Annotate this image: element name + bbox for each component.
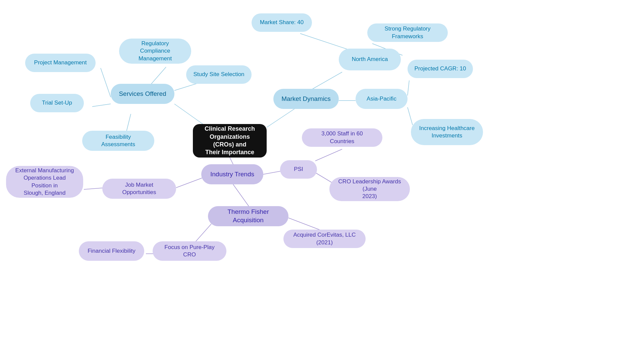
regulatory-label: Regulatory Compliance Management [126, 40, 184, 62]
external-mfg-node: External Manufacturing Operations Lead P… [6, 166, 83, 198]
cro-leadership-node: CRO Leadership Awards (June 2023) [329, 177, 410, 201]
staff-60-label: 3,000 Staff in 60 Countries [309, 130, 376, 145]
svg-line-16 [315, 173, 332, 183]
strong-regulatory-label: Strong Regulatory Frameworks [374, 25, 441, 40]
center-node: Clinical Research Organizations (CROs) a… [193, 124, 267, 158]
north-america-node: North America [339, 49, 401, 70]
svg-line-3 [101, 68, 111, 97]
svg-line-17 [176, 178, 203, 188]
services-offered-node: Services Offered [111, 84, 174, 104]
study-site-label: Study Site Selection [193, 71, 244, 78]
financial-flex-label: Financial Flexibility [88, 247, 136, 255]
market-dynamics-label: Market Dynamics [281, 95, 331, 103]
market-share-node: Market Share: 40 [252, 13, 312, 32]
feasibility-node: Feasibility Assessments [82, 131, 154, 151]
market-dynamics-node: Market Dynamics [273, 89, 339, 109]
svg-line-19 [233, 184, 250, 208]
psi-label: PSI [294, 166, 303, 173]
svg-line-14 [263, 171, 282, 174]
regulatory-node: Regulatory Compliance Management [119, 39, 191, 64]
market-share-label: Market Share: 40 [260, 19, 304, 26]
increasing-healthcare-label: Increasing Healthcare Investments [419, 125, 475, 139]
svg-line-4 [92, 104, 111, 107]
project-mgmt-node: Project Management [25, 54, 96, 72]
center-label: Clinical Research Organizations (CROs) a… [200, 125, 260, 157]
north-america-label: North America [352, 56, 388, 63]
thermo-fisher-node: Thermo Fisher Acquisition [208, 206, 288, 226]
projected-cagr-node: Projected CAGR: 10 [408, 60, 473, 78]
industry-trends-label: Industry Trends [210, 170, 254, 179]
trial-setup-label: Trial Set-Up [42, 99, 72, 107]
acquired-corevitas-label: Acquired CorEvitas, LLC (2021) [290, 231, 359, 246]
svg-line-15 [315, 149, 342, 161]
staff-60-node: 3,000 Staff in 60 Countries [302, 128, 382, 147]
financial-flex-node: Financial Flexibility [79, 241, 144, 261]
trial-setup-node: Trial Set-Up [30, 94, 84, 112]
feasibility-label: Feasibility Assessments [89, 133, 148, 148]
asia-pacific-node: Asia-Pacific [356, 89, 408, 109]
cro-leadership-label: CRO Leadership Awards (June 2023) [336, 178, 403, 200]
svg-line-13 [230, 158, 233, 164]
acquired-corevitas-node: Acquired CorEvitas, LLC (2021) [283, 230, 366, 248]
services-offered-label: Services Offered [119, 90, 166, 98]
asia-pacific-label: Asia-Pacific [367, 95, 396, 103]
focus-pure-label: Focus on Pure-Play CRO [159, 244, 220, 258]
project-mgmt-label: Project Management [34, 59, 87, 66]
thermo-fisher-label: Thermo Fisher Acquisition [215, 208, 282, 224]
increasing-healthcare-node: Increasing Healthcare Investments [411, 119, 483, 145]
external-mfg-label: External Manufacturing Operations Lead P… [13, 167, 76, 196]
industry-trends-node: Industry Trends [201, 164, 263, 184]
study-site-node: Study Site Selection [186, 65, 252, 84]
svg-line-11 [408, 80, 409, 96]
focus-pure-node: Focus on Pure-Play CRO [153, 241, 226, 261]
projected-cagr-label: Projected CAGR: 10 [414, 65, 466, 72]
svg-line-12 [408, 107, 413, 125]
job-market-label: Job Market Opportunities [109, 181, 169, 196]
job-market-node: Job Market Opportunities [102, 179, 176, 199]
strong-regulatory-node: Strong Regulatory Frameworks [367, 23, 448, 42]
psi-node: PSI [280, 160, 317, 179]
